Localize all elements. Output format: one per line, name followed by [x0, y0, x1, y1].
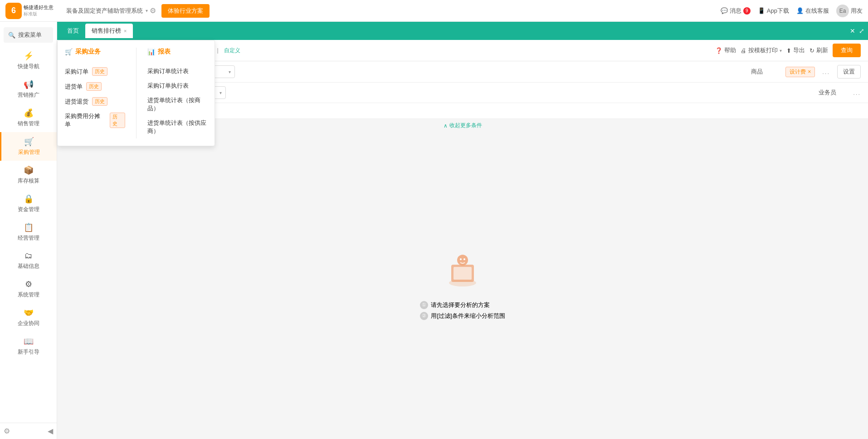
online-service-label: 在线客服	[805, 7, 829, 15]
message-item[interactable]: 💬 消息 9	[721, 7, 751, 15]
purchase-col-icon: 🛒	[65, 48, 73, 55]
dropdown-divider	[136, 48, 137, 138]
print-label: 按模板打印	[748, 46, 778, 54]
printer-icon: 🖨	[741, 47, 746, 54]
logo-text: 畅捷通好生意	[24, 4, 54, 10]
sidebar-item-label: 销售管理	[18, 120, 39, 128]
logo-sub: 标准版	[24, 11, 54, 17]
sidebar-item-marketing[interactable]: 📢 营销推广	[0, 75, 57, 104]
phone-icon: 📱	[758, 7, 765, 14]
guide-icon: 📖	[24, 336, 34, 346]
tabs-bar: 首页 销售排行榜 × ✕ ⤢	[57, 22, 868, 40]
industry-btn[interactable]: 体验行业方案	[161, 4, 210, 18]
sidebar-item-quick-nav[interactable]: ⚡ 快捷导航	[0, 46, 57, 75]
online-service-item[interactable]: 👤 在线客服	[796, 7, 829, 15]
search-menu-button[interactable]: 🔍 搜索菜单	[4, 27, 53, 43]
empty-tip2-text: 用[过滤]条件来缩小分析范围	[431, 312, 505, 320]
collapse-sidebar-icon[interactable]: ◀	[48, 427, 53, 435]
dropdown-purchase-return[interactable]: 进货退货 历史	[65, 94, 125, 109]
sidebar-item-label: 采购管理	[18, 148, 40, 156]
dropdown-purchase-order[interactable]: 采购订单 历史	[65, 64, 125, 79]
empty-num1: ①	[420, 301, 428, 309]
tab-sales-ranking-label: 销售排行榜	[92, 27, 121, 35]
dropdown-report-2[interactable]: 进货单统计表（按商品）	[147, 93, 208, 116]
svg-point-3	[457, 255, 468, 266]
sidebar-item-purchase[interactable]: 🛒 采购管理	[0, 132, 57, 161]
sidebar-item-operation[interactable]: 📋 经营管理	[0, 218, 57, 247]
sidebar-item-guide[interactable]: 📖 新手引导	[0, 332, 57, 360]
sidebar-item-enterprise[interactable]: 🤝 企业协同	[0, 303, 57, 332]
refresh-icon: ↻	[809, 47, 814, 54]
help-btn[interactable]: ❓ 帮助	[715, 46, 736, 54]
salesperson-dots[interactable]: ...	[853, 89, 861, 96]
top-right: 💬 消息 9 📱 App下载 👤 在线客服 Ea 用友	[721, 5, 863, 17]
enterprise-icon: 🤝	[24, 308, 34, 318]
finance-icon: 🔒	[24, 194, 34, 204]
tab-sales-ranking[interactable]: 销售排行榜 ×	[85, 24, 133, 38]
sidebar-item-label: 资金管理	[18, 206, 39, 213]
sales-icon: 💰	[24, 108, 34, 118]
print-btn[interactable]: 🖨 按模板打印 ▾	[741, 46, 782, 54]
sidebar-item-label: 新手引导	[18, 348, 39, 356]
maximize-icon[interactable]: ⤢	[859, 27, 864, 35]
sidebar-item-label: 系统管理	[18, 291, 39, 299]
sidebar-item-label: 库存核算	[18, 177, 39, 185]
top-bar: 6 畅捷通好生意 标准版 装备及固定资产辅助管理系统 ▾ ⚙ 体验行业方案 💬 …	[0, 0, 868, 22]
empty-tip1-text: 请先选择要分析的方案	[431, 301, 490, 309]
sidebar-item-system[interactable]: ⚙ 系统管理	[0, 275, 57, 303]
sidebar-item-finance[interactable]: 🔒 资金管理	[0, 189, 57, 218]
sidebar-item-label: 基础信息	[18, 262, 39, 270]
query-button[interactable]: 查询	[833, 44, 861, 57]
svg-point-4	[460, 258, 462, 260]
close-window-icon[interactable]: ✕	[850, 27, 855, 35]
dropdown-report-3[interactable]: 进货单统计表（按供应商）	[147, 116, 208, 138]
logo-area: 6 畅捷通好生意 标准版	[5, 3, 63, 19]
tab-home-label: 首页	[67, 27, 79, 35]
dropdown-report-1[interactable]: 采购订单执行表	[147, 79, 208, 93]
message-label: 消息	[730, 7, 741, 15]
tab-home[interactable]: 首页	[61, 24, 85, 38]
dropdown-purchase-expense[interactable]: 采购费用分摊单 历史	[65, 109, 125, 132]
marketing-icon: 📢	[24, 79, 34, 89]
operation-icon: 📋	[24, 222, 34, 232]
goods-tag-close[interactable]: ×	[808, 69, 811, 75]
logo-icon: 6	[5, 3, 22, 19]
report-2-label: 进货单统计表（按商品）	[147, 96, 208, 113]
chevron-down-icon[interactable]: ▾	[146, 8, 148, 13]
refresh-btn[interactable]: ↻ 刷新	[809, 46, 828, 54]
dropdown-report-0[interactable]: 采购订单统计表	[147, 64, 208, 79]
sidebar-bottom: ⚙ ◀	[0, 423, 57, 439]
basic-icon: 🗂	[24, 251, 33, 261]
export-btn[interactable]: ⬆ 导出	[786, 46, 805, 54]
svg-point-5	[463, 258, 465, 260]
system-title-text: 装备及固定资产辅助管理系统	[66, 7, 143, 15]
goods-dots[interactable]: ...	[822, 69, 830, 75]
search-menu-label: 搜索菜单	[18, 31, 42, 39]
app-download-item[interactable]: 📱 App下载	[758, 7, 789, 15]
print-arrow: ▾	[780, 48, 782, 53]
message-icon: 💬	[721, 7, 728, 14]
user-item[interactable]: Ea 用友	[836, 5, 863, 17]
tab-close-icon[interactable]: ×	[124, 28, 127, 34]
sidebar-item-inventory[interactable]: 📦 库存核算	[0, 161, 57, 189]
goods-label: 商品	[751, 68, 778, 76]
setting-button[interactable]: 设置	[837, 65, 861, 79]
purchase-order-label: 采购订单	[65, 68, 88, 76]
help-label: 帮助	[724, 46, 736, 54]
date-custom[interactable]: 自定义	[224, 47, 240, 54]
purchase-return-label: 进货退货	[65, 98, 88, 106]
sidebar-item-basic[interactable]: 🗂 基础信息	[0, 247, 57, 275]
history-badge-2: 历史	[92, 97, 107, 106]
settings-bottom-icon[interactable]: ⚙	[4, 427, 10, 435]
sidebar-item-sales[interactable]: 💰 销售管理	[0, 104, 57, 132]
report-col-title-text: 报表	[158, 48, 171, 56]
dropdown-purchase-stock[interactable]: 进货单 历史	[65, 79, 125, 94]
inventory-icon: 📦	[24, 165, 34, 175]
empty-illustration	[440, 249, 485, 296]
empty-icon	[440, 249, 485, 294]
report-col-icon: 📊	[147, 48, 155, 55]
app-container: 6 畅捷通好生意 标准版 装备及固定资产辅助管理系统 ▾ ⚙ 体验行业方案 💬 …	[0, 0, 868, 439]
export-icon: ⬆	[786, 47, 791, 54]
refresh-label: 刷新	[816, 46, 828, 54]
gear-icon[interactable]: ⚙	[150, 6, 156, 15]
